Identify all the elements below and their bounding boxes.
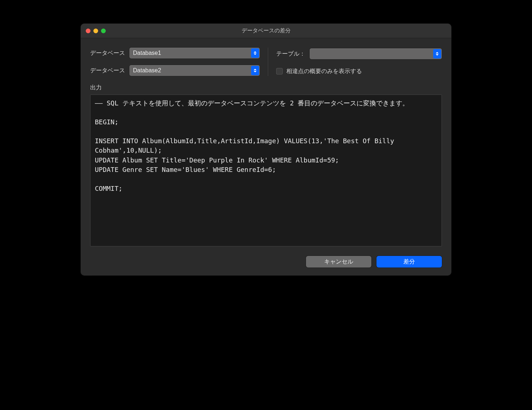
database2-value: Database2 (133, 67, 161, 74)
stepper-icon (433, 49, 441, 59)
options-column: テーブル： 相違点の概要のみを表示する (268, 48, 442, 76)
dialog-footer: キャンセル 差分 (90, 256, 442, 268)
database2-select[interactable]: Database2 (129, 65, 260, 76)
table-label: テーブル： (276, 50, 305, 58)
summary-checkbox-row: 相違点の概要のみを表示する (276, 68, 442, 75)
database2-label: データベース (90, 67, 125, 75)
stepper-icon (251, 48, 259, 58)
cancel-button[interactable]: キャンセル (306, 256, 371, 268)
dialog-window: データベースの差分 データベース Database1 データベース Databa… (81, 24, 451, 276)
summary-checkbox-label: 相違点の概要のみを表示する (286, 68, 362, 75)
titlebar: データベースの差分 (81, 24, 451, 38)
database1-label: データベース (90, 49, 125, 57)
database-column: データベース Database1 データベース Database2 (90, 48, 268, 76)
database1-select[interactable]: Database1 (129, 48, 260, 59)
minimize-icon[interactable] (93, 28, 98, 33)
output-textarea[interactable]: —— SQL テキストを使用して、最初のデータベースコンテンツを 2 番目のデー… (90, 95, 442, 246)
controls-row: データベース Database1 データベース Database2 テーブル： (90, 48, 442, 76)
close-icon[interactable] (86, 28, 90, 33)
table-select[interactable] (310, 48, 442, 59)
traffic-lights (86, 28, 106, 33)
window-title: データベースの差分 (81, 27, 451, 34)
diff-button-label: 差分 (403, 258, 415, 266)
stepper-icon (251, 66, 259, 75)
output-label: 出力 (90, 84, 442, 92)
database1-value: Database1 (133, 50, 161, 56)
zoom-icon[interactable] (101, 28, 106, 33)
diff-button[interactable]: 差分 (376, 256, 442, 268)
cancel-button-label: キャンセル (324, 258, 353, 266)
content-area: データベース Database1 データベース Database2 テーブル： (81, 38, 451, 276)
summary-checkbox[interactable] (276, 68, 283, 75)
